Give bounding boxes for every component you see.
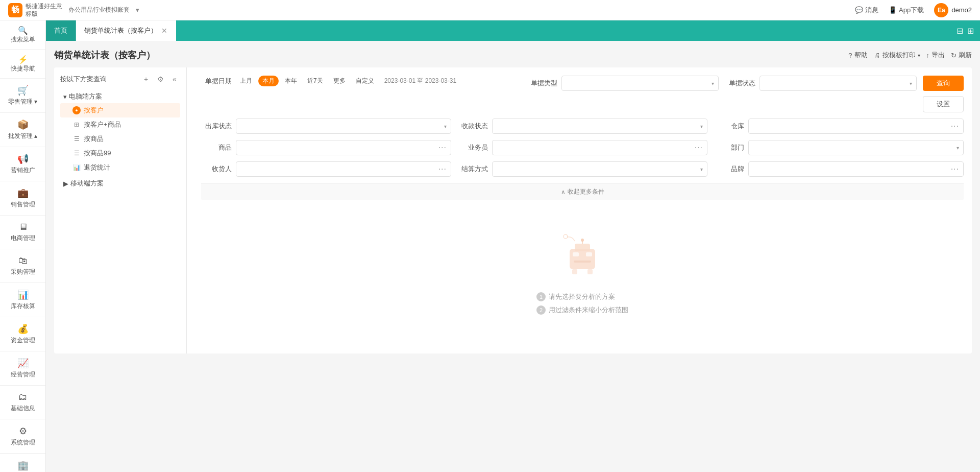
brand-select[interactable]: ··· <box>748 161 964 177</box>
dept-arrow-icon: ▾ <box>957 145 959 151</box>
date-tab-custom[interactable]: 自定义 <box>352 76 378 86</box>
plan-icon-customer-goods: ⊞ <box>72 121 81 129</box>
bill-status-label: 单据状态 <box>725 79 755 88</box>
sidebar-item-basic[interactable]: 🗂 基础信息 <box>0 386 45 419</box>
bill-status-select[interactable]: ▾ <box>760 76 917 91</box>
quick-nav[interactable]: ⚡ 快捷导航 <box>0 50 45 79</box>
date-filter-label: 单据日期 <box>201 77 232 86</box>
mobile-group-expand-icon: ▶ <box>63 180 68 187</box>
user-area[interactable]: Ea demo2 <box>934 3 972 17</box>
sidebar-item-purchase[interactable]: 🛍 采购管理 <box>0 249 45 283</box>
date-tab-last7days[interactable]: 近7天 <box>303 76 327 86</box>
refresh-icon: ↻ <box>951 52 957 59</box>
avatar: Ea <box>934 3 948 17</box>
out-status-select[interactable]: ▾ <box>236 119 451 134</box>
goods-select[interactable]: ··· <box>236 140 451 155</box>
plan-item-by-goods99[interactable]: ☰ 按商品99 <box>60 146 180 160</box>
collapse-panel-btn[interactable]: « <box>169 74 180 85</box>
brand-label: 品牌 <box>714 164 744 174</box>
sidebar-item-retail[interactable]: 🛒 零售管理 ▾ <box>0 79 45 113</box>
svg-rect-6 <box>574 261 591 263</box>
sidebar-item-inventory[interactable]: 📊 库存核算 <box>0 283 45 317</box>
bill-status-arrow-icon: ▾ <box>910 81 912 86</box>
sidebar-item-finance[interactable]: 💰 资金管理 <box>0 317 45 351</box>
recipient-select[interactable]: ··· <box>236 161 451 177</box>
plan-item-by-customer[interactable]: ● 按客户 <box>60 103 180 117</box>
receipt-status-select[interactable]: ▾ <box>492 119 707 134</box>
tab-close-icon[interactable]: ✕ <box>161 27 167 35</box>
staff-select[interactable]: ··· <box>492 140 707 155</box>
collapse-filters-btn[interactable]: ∧ 收起更多条件 <box>201 183 964 200</box>
out-status-label: 出库状态 <box>201 122 232 131</box>
svg-rect-5 <box>586 252 592 256</box>
out-status-arrow-icon: ▾ <box>444 124 447 129</box>
mobile-group-label: 移动端方案 <box>70 179 104 188</box>
sidebar-item-sales[interactable]: 💼 销售管理 <box>0 181 45 216</box>
settle-arrow-icon: ▾ <box>700 167 703 172</box>
sidebar-item-ecommerce[interactable]: 🖥 电商管理 <box>0 216 45 249</box>
page-title: 销货单统计表（按客户） <box>54 49 155 61</box>
bill-type-select[interactable]: ▾ <box>561 76 719 91</box>
date-tab-current-month[interactable]: 本月 <box>258 76 279 86</box>
desktop-group-header[interactable]: ▾ 电脑端方案 <box>60 90 180 103</box>
brand-dots: ··· <box>951 164 959 174</box>
dept-select[interactable]: ▾ <box>748 140 964 155</box>
dept-label: 部门 <box>714 143 744 152</box>
date-tab-current-year[interactable]: 本年 <box>281 76 301 86</box>
date-tab-prev-month[interactable]: 上月 <box>236 76 256 86</box>
download-icon: 📱 <box>889 6 897 14</box>
settle-select[interactable]: ▾ <box>492 161 707 177</box>
export-icon: ↑ <box>926 52 930 59</box>
plan-icon-goods99: ☰ <box>72 149 81 157</box>
query-button[interactable]: 查询 <box>923 76 964 91</box>
bill-type-label: 单据类型 <box>527 79 557 88</box>
plan-item-by-customer-goods[interactable]: ⊞ 按客户+商品 <box>60 117 180 132</box>
staff-dots: ··· <box>695 143 703 152</box>
settle-label: 结算方式 <box>457 164 488 174</box>
empty-state-illustration <box>557 231 608 282</box>
sidebar-item-marketing[interactable]: 📢 营销推广 <box>0 147 45 181</box>
export-btn[interactable]: ↑ 导出 <box>926 51 945 60</box>
sidebar-item-enterprise[interactable]: 🏢 企业协同 <box>0 454 45 472</box>
message-btn[interactable]: 💬 消息 <box>855 6 878 15</box>
breadcrumb-arrow-icon[interactable]: ▾ <box>136 6 139 14</box>
group-label: 电脑端方案 <box>69 92 102 101</box>
warehouse-select[interactable]: ··· <box>748 119 964 134</box>
help-icon: ? <box>848 52 852 59</box>
sales-stat-tab-label: 销货单统计表（按客户） <box>84 26 157 35</box>
plan-icon-return: 📊 <box>72 163 81 172</box>
plan-icon-goods: ☰ <box>72 135 81 143</box>
goods-dots: ··· <box>438 143 447 152</box>
collapse-icon: ∧ <box>561 188 566 196</box>
mobile-group-header[interactable]: ▶ 移动端方案 <box>60 177 180 190</box>
svg-rect-7 <box>572 269 577 274</box>
receipt-status-arrow-icon: ▾ <box>700 124 703 129</box>
refresh-btn[interactable]: ↻ 刷新 <box>951 51 972 60</box>
svg-rect-0 <box>570 249 595 269</box>
tab-home[interactable]: 首页 <box>46 20 76 41</box>
sidebar-item-operation[interactable]: 📈 经营管理 <box>0 351 45 386</box>
print-arrow-icon: ▾ <box>918 53 920 58</box>
sidebar-item-system[interactable]: ⚙ 系统管理 <box>0 419 45 454</box>
date-tab-more[interactable]: 更多 <box>329 76 350 86</box>
plan-item-return-stat[interactable]: 📊 退货统计 <box>60 160 180 175</box>
recipient-dots: ··· <box>438 164 447 174</box>
plan-item-by-goods[interactable]: ☰ 按商品 <box>60 132 180 146</box>
settings-button[interactable]: 设置 <box>923 96 964 112</box>
empty-tip-1: 1 请先选择要分析的方案 <box>536 292 628 301</box>
svg-point-3 <box>581 239 584 242</box>
add-plan-btn[interactable]: + <box>140 74 152 85</box>
user-name: demo2 <box>951 6 972 14</box>
template-print-btn[interactable]: 🖨 按模板打印 ▾ <box>874 51 920 60</box>
settings-plan-btn[interactable]: ⚙ <box>155 74 166 85</box>
warehouse-dots: ··· <box>951 122 959 131</box>
sidebar-item-wholesale[interactable]: 📦 批发管理 ▴ <box>0 113 45 147</box>
app-download-btn[interactable]: 📱 App下载 <box>889 6 924 15</box>
message-icon: 💬 <box>855 6 863 14</box>
search-menu[interactable]: 🔍 搜索菜单 <box>0 20 45 50</box>
tab-maximize-icon[interactable]: ⊞ <box>967 26 974 36</box>
help-btn[interactable]: ? 帮助 <box>848 51 867 60</box>
tab-sales-stat[interactable]: 销货单统计表（按客户） ✕ <box>76 20 176 41</box>
date-range-display: 2023-03-01 至 2023-03-31 <box>384 77 456 85</box>
tab-minimize-icon[interactable]: ⊟ <box>957 26 963 36</box>
